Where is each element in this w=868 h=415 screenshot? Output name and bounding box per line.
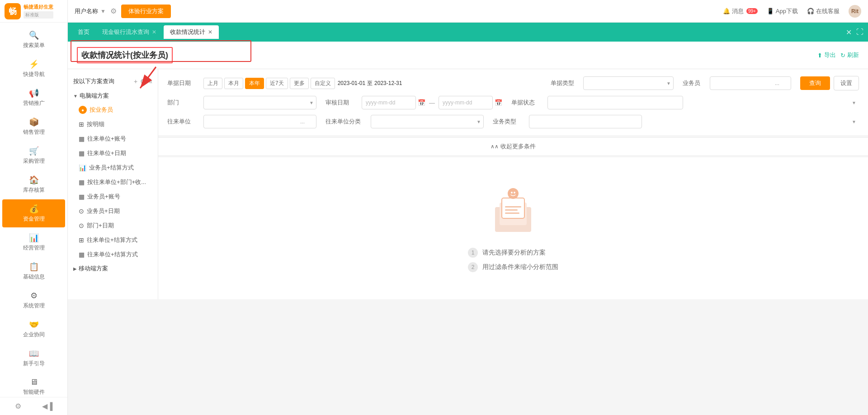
app-download-btn[interactable]: 📱 App下载 — [767, 7, 798, 15]
date-filter-group: 上月 本月 本年 近7天 更多 自定义 2023-01-01 至 — [203, 78, 542, 89]
trial-button[interactable]: 体验行业方案 — [121, 5, 171, 18]
review-date-cal-from-icon[interactable]: 📅 — [418, 99, 425, 106]
tree-item-icon: ▦ — [79, 135, 85, 142]
sidebar-item-corp[interactable]: 🤝 企业协同 — [2, 315, 65, 343]
svg-rect-8 — [505, 212, 519, 214]
review-date-from-input[interactable]: yyyy-mm-dd — [362, 96, 416, 109]
main-content: 用户名称 ▼ ⚙ 体验行业方案 🔔 消息 99+ 📱 App下载 🎧 — [68, 0, 868, 415]
inventory-icon: 🏠 — [29, 175, 39, 185]
date-range-separator: 至 — [367, 80, 373, 87]
tree-item-icon: 📊 — [79, 164, 86, 171]
tree-item-salesperson-date[interactable]: ⊙ 业务员+日期 — [68, 204, 158, 218]
tab-close-icon[interactable]: ✕ — [208, 29, 212, 35]
tab-maximize-icon[interactable]: ⛶ — [856, 28, 863, 36]
logo-area: 畅 畅捷通好生意 标准版 — [0, 0, 67, 23]
tree-item-by-detail[interactable]: ⊞ 按明细 — [68, 117, 158, 132]
sidebar-item-basic-info[interactable]: 📋 基础信息 — [2, 257, 65, 285]
settings-footer-icon[interactable]: ⚙ — [15, 402, 21, 410]
counterpart-select[interactable] — [203, 115, 316, 128]
date-btn-this-year[interactable]: 本年 — [245, 78, 264, 89]
tree-item-unit-dept[interactable]: ▦ 按往来单位+部门+收... — [68, 175, 158, 189]
date-btn-this-month[interactable]: 本月 — [224, 78, 243, 89]
tree-item-salesperson-account[interactable]: ▦ 业务员+账号 — [68, 189, 158, 204]
collapse-bar[interactable]: ∧∧ 收起更多条件 — [158, 137, 868, 155]
sidebar-item-sales[interactable]: 📦 销售管理 — [2, 113, 65, 141]
sidebar-item-system[interactable]: ⚙ 系统管理 — [2, 286, 65, 314]
quick-nav-icon: ⚡ — [29, 59, 39, 69]
tree-item-salesperson-payment[interactable]: 📊 业务员+结算方式 — [68, 160, 158, 175]
review-date-to-input[interactable]: yyyy-mm-dd — [439, 96, 493, 109]
topbar-left: 用户名称 ▼ ⚙ 体验行业方案 — [75, 5, 171, 18]
tree-section-desktop-header[interactable]: ▼ 电脑端方案 — [68, 89, 158, 103]
export-button[interactable]: ⬆ 导出 — [817, 51, 836, 59]
sidebar-item-inventory[interactable]: 🏠 库存核算 — [2, 170, 65, 198]
sidebar-item-label: 采购管理 — [23, 157, 45, 165]
notification-btn[interactable]: 🔔 消息 99+ — [723, 7, 758, 15]
add-scheme-icon[interactable]: + — [134, 78, 137, 85]
tree-item-unit-payment1[interactable]: ⊞ 往来单位+结算方式 — [68, 233, 158, 247]
user-selector[interactable]: 用户名称 ▼ — [75, 7, 106, 15]
doc-status-select[interactable] — [547, 96, 683, 109]
empty-illustration — [486, 184, 540, 239]
topbar-gear-icon[interactable]: ⚙ — [110, 7, 117, 15]
tab-close-icon[interactable]: ✕ — [152, 29, 156, 35]
corp-icon: 🤝 — [29, 320, 39, 330]
username: 用户名称 — [75, 7, 98, 15]
tree-item-icon: ▦ — [79, 179, 85, 186]
sidebar-item-search[interactable]: 🔍 搜索菜单 — [2, 26, 65, 54]
review-date-cal-to-icon[interactable]: 📅 — [495, 99, 502, 106]
online-service-btn[interactable]: 🎧 在线客服 — [807, 7, 840, 15]
collapse-panel-icon[interactable]: « — [149, 78, 152, 85]
scheme-settings-icon[interactable]: ⚙ — [140, 78, 146, 85]
dept-select[interactable] — [203, 96, 316, 109]
bell-icon: 🔔 — [723, 8, 730, 14]
empty-step-1: 1 请先选择要分析的方案 — [468, 248, 558, 258]
refresh-icon: ↻ — [840, 52, 845, 59]
filter-row-2: 部门 ▼ 审核日期 yyyy-mm-dd 📅 — [167, 96, 859, 109]
tree-item-icon: ⊞ — [79, 236, 84, 244]
avatar[interactable]: Rit — [849, 5, 861, 18]
dept-filter-label: 部门 — [167, 99, 194, 107]
hardware-icon: 🖥 — [30, 377, 38, 387]
operation-icon: 📊 — [29, 233, 39, 243]
tab-home[interactable]: 首页 — [72, 25, 95, 39]
date-btn-last-month[interactable]: 上月 — [203, 78, 222, 89]
tree-section-mobile-header[interactable]: ▶ 移动端方案 — [68, 262, 158, 275]
left-panel: 按以下方案查询 + ⚙ « ▼ 电脑端方案 — [68, 69, 158, 299]
tree-item-unit-date[interactable]: ▦ 往来单位+日期 — [68, 146, 158, 160]
filter-actions: 查询 设置 — [800, 76, 859, 90]
tree-item-dept-date[interactable]: ⊙ 部门+日期 — [68, 218, 158, 233]
salesperson-select[interactable] — [710, 76, 791, 90]
tree-item-unit-payment2[interactable]: ▦ 往来单位+结算方式 — [68, 247, 158, 262]
refresh-button[interactable]: ↻ 刷新 — [840, 51, 859, 59]
date-btn-7days[interactable]: 近7天 — [266, 78, 288, 89]
date-btn-custom[interactable]: 自定义 — [311, 78, 335, 89]
salesperson-filter-label: 业务员 — [683, 79, 701, 87]
tab-payment-stats[interactable]: 收款情况统计 ✕ — [164, 25, 219, 39]
query-button[interactable]: 查询 — [800, 76, 830, 90]
sidebar-item-operation[interactable]: 📊 经营管理 — [2, 228, 65, 256]
settings-button[interactable]: 设置 — [834, 76, 859, 90]
purchase-icon: 🛒 — [29, 146, 39, 156]
sidebar-item-quick-nav[interactable]: ⚡ 快捷导航 — [2, 55, 65, 83]
date-btn-more[interactable]: 更多 — [290, 78, 309, 89]
doc-type-select[interactable] — [583, 76, 674, 90]
collapse-sidebar-icon[interactable]: ◀▐ — [42, 402, 52, 410]
sidebar-item-marketing[interactable]: 📢 营销推广 — [2, 84, 65, 112]
sidebar-item-label: 新手引导 — [23, 360, 45, 368]
tree-item-unit-account[interactable]: ▦ 往来单位+账号 — [68, 132, 158, 146]
business-type-select[interactable] — [529, 115, 642, 128]
tab-close-all-icon[interactable]: ✕ — [846, 28, 852, 37]
tab-bank-flow[interactable]: 现金银行流水查询 ✕ — [96, 25, 163, 39]
tree-item-label: 业务员+日期 — [87, 207, 120, 215]
page-area: 收款情况统计(按业务员) ⬆ 导出 ↻ 刷新 按以下方 — [68, 42, 868, 415]
sidebar-item-purchase[interactable]: 🛒 采购管理 — [2, 141, 65, 170]
review-date-separator: — — [429, 99, 435, 106]
tree-item-by-salesperson[interactable]: ● 按业务员 — [68, 103, 158, 117]
counterpart-more-icon[interactable]: ... — [300, 118, 305, 125]
sidebar-item-hardware[interactable]: 🖥 智能硬件 — [2, 373, 65, 397]
counterpart-type-select[interactable] — [371, 115, 484, 128]
sidebar-item-guide[interactable]: 📖 新手引导 — [2, 344, 65, 372]
collapse-up-icon: ∧∧ — [491, 143, 499, 150]
sidebar-item-finance[interactable]: 💰 资金管理 — [2, 199, 65, 227]
